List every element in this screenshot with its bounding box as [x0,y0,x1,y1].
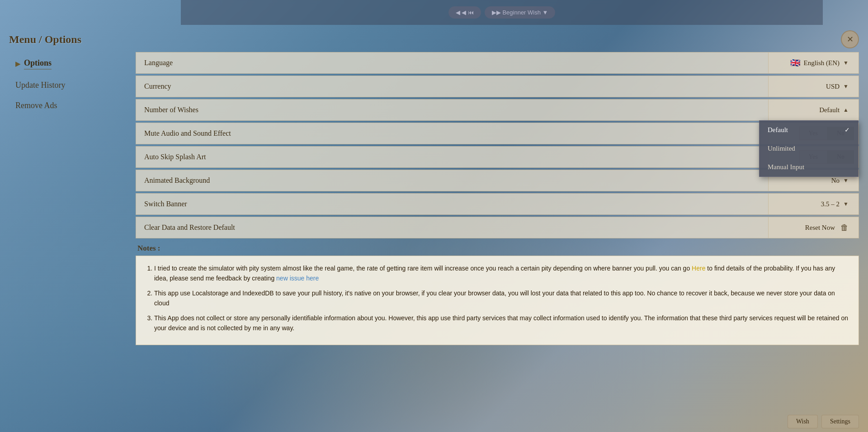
currency-chevron-icon: ▼ [843,83,849,90]
number-of-wishes-control[interactable]: Default ▲ [768,100,859,120]
wish-button[interactable]: Wish [788,415,818,428]
check-icon: ✓ [844,126,850,134]
reset-control: Reset Now 🗑 [805,223,854,233]
nav-pill-banner[interactable]: ▶▶ Beginner Wish ▼ [485,6,556,19]
switch-banner-control[interactable]: 3.5 – 2 ▼ [768,194,859,214]
currency-control[interactable]: USD ▼ [768,76,859,97]
sidebar-item-update-history-label: Update History [15,81,65,90]
note-item-2: This app use Localstorage and IndexedDB … [154,288,849,309]
switch-banner-row: Switch Banner 3.5 – 2 ▼ [136,193,859,215]
switch-banner-chevron-icon: ▼ [843,201,849,208]
sidebar-item-remove-ads[interactable]: Remove Ads [9,96,136,115]
mute-audio-row: Mute Audio and Sound Effect Yes No [136,123,859,144]
reset-now-text: Reset Now [805,224,835,232]
top-nav-bar: ◀ ◀ ⏮ ▶▶ Beginner Wish ▼ [181,0,823,25]
switch-banner-value: 3.5 – 2 [821,200,840,208]
settings-button[interactable]: Settings [821,415,859,428]
currency-row: Currency USD ▼ [136,76,859,97]
switch-banner-select[interactable]: 3.5 – 2 ▼ [816,197,854,212]
language-select[interactable]: 🇬🇧 English (EN) ▼ [785,54,854,71]
number-of-wishes-select[interactable]: Default ▲ [814,103,854,118]
number-of-wishes-value: Default [819,106,840,114]
dropdown-item-default[interactable]: Default ✓ [760,121,858,139]
clear-data-label: Clear Data and Restore Default [136,218,768,237]
flag-icon: 🇬🇧 [790,58,800,68]
close-button[interactable]: ✕ [841,30,859,48]
dropdown-item-default-label: Default [768,126,788,134]
notes-title: Notes : [136,244,859,253]
note-item-3: This App does not collect or store any p… [154,313,849,333]
sidebar-item-update-history[interactable]: Update History [9,76,136,95]
currency-value: USD [826,83,840,90]
options-list: Language 🇬🇧 English (EN) ▼ Currency USD … [136,52,859,427]
note-item-1: I tried to create the simulator with pit… [154,263,849,284]
currency-select[interactable]: USD ▼ [821,79,854,94]
notes-box: I tried to create the simulator with pit… [136,256,859,345]
dropdown-item-unlimited-label: Unlimited [768,145,795,152]
number-of-wishes-label: Number of Wishes [136,100,768,119]
sidebar: ▶ Options Update History Remove Ads [9,52,136,427]
animated-bg-value: No [831,177,840,185]
clear-data-control: Reset Now 🗑 [768,217,859,238]
animated-bg-label: Animated Background [136,171,768,190]
number-of-wishes-row: Number of Wishes Default ▲ Default ✓ Unl… [136,99,859,121]
options-panel: ▶ Options Update History Remove Ads Lang… [0,52,868,432]
language-chevron-icon: ▼ [843,60,849,66]
note-new-issue-link[interactable]: new issue here [276,275,319,282]
notes-section: Notes : I tried to create the simulator … [136,244,859,350]
language-row: Language 🇬🇧 English (EN) ▼ [136,52,859,74]
sidebar-item-options[interactable]: ▶ Options [9,54,136,74]
dropdown-item-manual-input-label: Manual Input [768,163,804,171]
auto-skip-row: Auto Skip Splash Art Yes No [136,146,859,168]
number-of-wishes-dropdown: Default ✓ Unlimited Manual Input [759,120,859,177]
main-content: Menu / Options ✕ ▶ Options Update Histor… [0,25,868,432]
number-of-wishes-chevron-icon: ▲ [843,107,849,114]
language-label: Language [136,53,768,72]
page-title: Menu / Options [9,33,81,46]
nav-pill-back[interactable]: ◀ ◀ ⏮ [448,6,481,19]
language-control[interactable]: 🇬🇧 English (EN) ▼ [768,52,859,73]
language-value: English (EN) [804,59,840,67]
title-bar: Menu / Options ✕ [0,25,868,52]
auto-skip-label: Auto Skip Splash Art [136,147,768,166]
trash-icon[interactable]: 🗑 [840,223,849,233]
animated-bg-row: Animated Background No ▼ [136,170,859,191]
close-icon: ✕ [847,34,854,44]
sidebar-underline [24,69,52,70]
dropdown-item-manual-input[interactable]: Manual Input [760,158,858,176]
switch-banner-label: Switch Banner [136,195,768,214]
dropdown-item-unlimited[interactable]: Unlimited [760,139,858,158]
currency-label: Currency [136,77,768,96]
bottom-bar: Wish Settings [788,411,859,432]
animated-bg-chevron-icon: ▼ [843,177,849,184]
sidebar-item-options-label: Options [24,58,52,67]
note-here-link[interactable]: Here [692,265,705,272]
sidebar-item-remove-ads-label: Remove Ads [15,101,57,110]
mute-audio-label: Mute Audio and Sound Effect [136,124,768,143]
sidebar-arrow-icon: ▶ [15,60,20,68]
clear-data-row: Clear Data and Restore Default Reset Now… [136,217,859,238]
